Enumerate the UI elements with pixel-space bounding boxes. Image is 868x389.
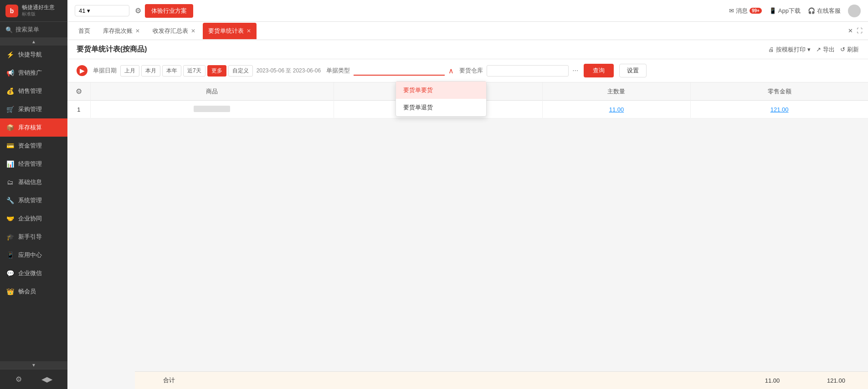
date-btn-this-year[interactable]: 本年 xyxy=(162,65,181,77)
tab-close-all-icon[interactable]: ✕ xyxy=(848,27,853,34)
cell-quantity[interactable]: 11.00 xyxy=(542,101,691,118)
sidebar-nav: ⚡ 快捷导航 📢 营销推广 💰 销售管理 🛒 采购管理 📦 库存核算 💳 资金管… xyxy=(0,46,67,361)
messages-icon: ✉ xyxy=(729,7,734,14)
page-title: 要货单统计表(按商品) xyxy=(77,45,147,54)
sidebar-settings-icon[interactable]: ⚙ xyxy=(15,375,22,384)
sidebar-label-operations: 经营管理 xyxy=(18,160,42,168)
type-filter-input[interactable] xyxy=(354,66,445,76)
guide-icon: 🎓 xyxy=(5,232,15,241)
sidebar-search[interactable]: 🔍 搜索菜单 xyxy=(0,22,67,38)
tab-collect[interactable]: 收发存汇总表 ✕ xyxy=(147,23,201,39)
footer-total-label: 合计 xyxy=(163,377,175,384)
messages-button[interactable]: ✉ 消息 99+ xyxy=(729,7,762,15)
sidebar-item-purchase[interactable]: 🛒 采购管理 xyxy=(0,100,67,118)
type-dropdown-arrow[interactable]: ∧ xyxy=(448,67,454,75)
date-btn-this-month[interactable]: 本月 xyxy=(141,65,160,77)
search-icon: 🔍 xyxy=(5,26,13,33)
sidebar-label-inventory: 库存核算 xyxy=(18,123,42,132)
refresh-button[interactable]: ↺ 刷新 xyxy=(840,46,859,54)
sidebar-item-wechat[interactable]: 💬 企业微信 xyxy=(0,264,67,282)
export-button[interactable]: ↗ 导出 xyxy=(816,46,835,54)
topbar-settings-icon[interactable]: ⚙ xyxy=(135,6,141,15)
messages-badge: 99+ xyxy=(750,8,762,14)
cell-seq: 1 xyxy=(67,101,90,118)
quick-nav-icon: ⚡ xyxy=(5,50,15,59)
user-avatar[interactable] xyxy=(848,5,861,17)
footer-quantity: 11.00 xyxy=(765,377,780,384)
tab-home[interactable]: 首页 xyxy=(73,23,96,39)
inventory-icon: 📦 xyxy=(5,123,15,132)
sidebar-item-member[interactable]: 👑 畅会员 xyxy=(0,282,67,301)
sidebar-item-enterprise[interactable]: 🤝 企业协同 xyxy=(0,210,67,228)
app-center-icon: 📱 xyxy=(5,251,15,260)
tab-order-stat-close[interactable]: ✕ xyxy=(247,28,251,34)
phone-icon: 📱 xyxy=(769,7,776,14)
sidebar-item-system[interactable]: 🔧 系统管理 xyxy=(0,191,67,210)
sidebar-bottom: ⚙ ◀▶ xyxy=(0,369,67,389)
query-button[interactable]: 查询 xyxy=(584,64,614,77)
sidebar-item-inventory[interactable]: 📦 库存核算 xyxy=(0,118,67,137)
tab-batch[interactable]: 库存批次账 ✕ xyxy=(98,23,145,39)
scroll-down-arrow[interactable]: ▼ xyxy=(0,361,67,369)
system-icon: 🔧 xyxy=(5,196,15,205)
tab-order-stat[interactable]: 要货单统计表 ✕ xyxy=(203,23,257,39)
main-area: 41 ▾ ⚙ 体验行业方案 ✉ 消息 99+ 📱 App下载 🎧 在线客服 xyxy=(67,0,868,389)
search-label: 搜索菜单 xyxy=(15,26,39,34)
app-download-button[interactable]: 📱 App下载 xyxy=(769,7,801,15)
warehouse-filter-input[interactable] xyxy=(487,65,569,77)
dropdown-item-order-return[interactable]: 要货单退货 xyxy=(396,99,486,116)
page-header: 要货单统计表(按商品) 🖨 按模板打印 ▾ ↗ 导出 ↺ 刷新 xyxy=(67,40,868,59)
member-icon: 👑 xyxy=(5,287,15,296)
sidebar-item-finance[interactable]: 💳 资金管理 xyxy=(0,137,67,155)
dropdown-item-order-goods[interactable]: 要货单要货 xyxy=(396,82,486,99)
sidebar-label-marketing: 营销推广 xyxy=(18,69,42,77)
sidebar-item-quick-nav[interactable]: ⚡ 快捷导航 xyxy=(0,46,67,64)
sidebar-item-marketing[interactable]: 📢 营销推广 xyxy=(0,64,67,82)
sidebar-label-system: 系统管理 xyxy=(18,196,42,205)
cell-amount[interactable]: 121.00 xyxy=(691,101,868,118)
tab-order-stat-label: 要货单统计表 xyxy=(208,27,244,35)
print-button[interactable]: 🖨 按模板打印 ▾ xyxy=(768,46,811,54)
date-btn-more[interactable]: 更多 xyxy=(207,65,226,77)
amount-link[interactable]: 121.00 xyxy=(770,106,789,113)
col-quantity: 主数量 xyxy=(542,82,691,101)
sidebar-label-basic: 基础信息 xyxy=(18,178,42,186)
tab-collect-close[interactable]: ✕ xyxy=(191,28,195,34)
col-settings[interactable]: ⚙ xyxy=(67,82,90,101)
sidebar-item-operations[interactable]: 📊 经营管理 xyxy=(0,155,67,173)
store-selector[interactable]: 41 ▾ xyxy=(75,5,129,16)
app-download-label: App下载 xyxy=(778,7,801,15)
date-btn-custom[interactable]: 自定义 xyxy=(228,65,253,77)
trial-button[interactable]: 体验行业方案 xyxy=(145,4,193,18)
quantity-link[interactable]: 11.00 xyxy=(609,106,624,113)
tab-batch-label: 库存批次账 xyxy=(103,27,133,35)
content-area: 要货单统计表(按商品) 🖨 按模板打印 ▾ ↗ 导出 ↺ 刷新 ▶ xyxy=(67,40,868,389)
sidebar-item-app-center[interactable]: 📱 应用中心 xyxy=(0,246,67,264)
finance-icon: 💳 xyxy=(5,141,15,150)
tab-home-label: 首页 xyxy=(78,27,90,35)
sidebar-collapse-icon[interactable]: ◀▶ xyxy=(41,375,52,384)
online-service-button[interactable]: 🎧 在线客服 xyxy=(808,7,841,15)
table-settings-icon[interactable]: ⚙ xyxy=(76,87,82,95)
sidebar-item-sales[interactable]: 💰 销售管理 xyxy=(0,82,67,100)
date-btn-7days[interactable]: 近7天 xyxy=(183,65,205,77)
set-button[interactable]: 设置 xyxy=(619,64,647,77)
tab-fullscreen-icon[interactable]: ⛶ xyxy=(857,27,863,34)
sidebar-label-purchase: 采购管理 xyxy=(18,105,42,113)
headset-icon: 🎧 xyxy=(808,7,815,14)
app-version: 标准版 xyxy=(22,11,55,17)
topbar-left: 41 ▾ ⚙ 体验行业方案 xyxy=(75,4,729,18)
scroll-up-arrow[interactable]: ▲ xyxy=(0,38,67,46)
enterprise-icon: 🤝 xyxy=(5,214,15,223)
marketing-icon: 📢 xyxy=(5,68,15,77)
sidebar-item-guide[interactable]: 🎓 新手引导 xyxy=(0,228,67,246)
col-amount: 零售金额 xyxy=(691,82,868,101)
filter-expand-button[interactable]: ▶ xyxy=(77,65,87,76)
print-arrow-icon: ▾ xyxy=(807,46,811,53)
tab-batch-close[interactable]: ✕ xyxy=(135,28,140,34)
date-btn-last-month[interactable]: 上月 xyxy=(120,65,139,77)
export-icon: ↗ xyxy=(816,46,821,53)
sidebar-item-basic[interactable]: 🗂 基础信息 xyxy=(0,173,67,191)
warehouse-more-icon[interactable]: ··· xyxy=(572,67,578,75)
online-service-label: 在线客服 xyxy=(817,7,841,15)
